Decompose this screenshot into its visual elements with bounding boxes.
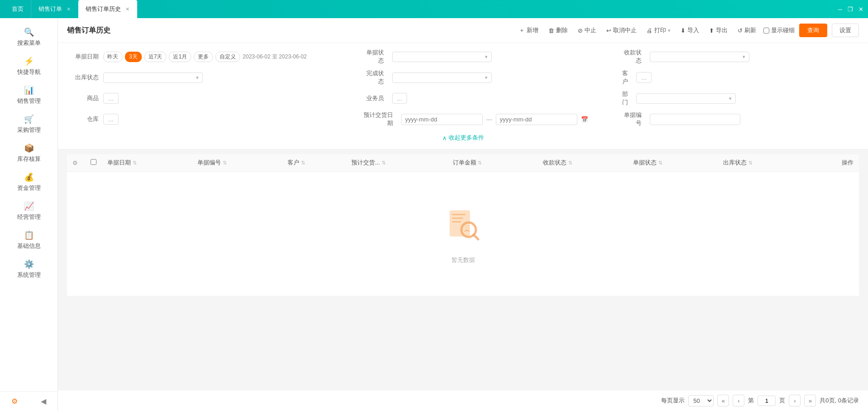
col-delivery-status-sort[interactable]: ⇅ (748, 160, 753, 165)
last-page-btn[interactable]: » (804, 395, 816, 406)
order-no-input[interactable] (650, 114, 740, 125)
sidebar-settings-icon[interactable]: ⚙ (11, 397, 18, 406)
col-expected-date-sort[interactable]: ⇅ (382, 160, 386, 165)
sidebar-item-inventory[interactable]: 📦 库存核算 (0, 139, 58, 168)
print-button[interactable]: 🖨 打印 ▾ (644, 25, 673, 35)
page-title: 销售订单历史 (67, 26, 110, 35)
delete-label: 删除 (556, 26, 568, 34)
col-customer[interactable]: 客户 ⇅ (282, 154, 346, 172)
col-delivery-status[interactable]: 出库状态 ⇅ (718, 154, 808, 172)
salesperson-select-btn[interactable]: ... (392, 93, 408, 104)
tab-sales-order-close[interactable]: ✕ (67, 6, 71, 12)
date-btn-7days[interactable]: 近7天 (144, 52, 167, 62)
stop-button[interactable]: ⊘ 中止 (575, 25, 599, 35)
col-date[interactable]: 单据日期 ⇅ (102, 154, 192, 172)
expected-date-to[interactable] (496, 114, 577, 125)
sidebar-item-search-menu[interactable]: 🔍 搜索菜单 (0, 23, 58, 52)
dept-select[interactable]: ▾ (636, 93, 736, 104)
col-operation-label: 操作 (842, 159, 854, 166)
export-icon: ⬆ (709, 27, 714, 34)
new-button[interactable]: ＋ 新增 (516, 25, 541, 35)
settings-button[interactable]: 设置 (832, 24, 859, 37)
col-order-status-label: 单据状态 (633, 159, 657, 166)
col-customer-sort[interactable]: ⇅ (301, 160, 305, 165)
tab-sales-order[interactable]: 销售订单 ✕ (31, 0, 78, 18)
restore-icon[interactable]: ❐ (848, 6, 853, 13)
select-all-checkbox[interactable] (91, 159, 96, 165)
col-date-sort[interactable]: ⇅ (133, 160, 137, 165)
table-settings-icon[interactable]: ⚙ (72, 160, 78, 166)
import-button[interactable]: ⬇ 导入 (678, 25, 702, 35)
col-amount-label: 订单金额 (453, 159, 476, 166)
svg-line-5 (474, 235, 478, 239)
sidebar-item-base-info[interactable]: 📋 基础信息 (0, 226, 58, 255)
col-payment-status-sort[interactable]: ⇅ (568, 160, 572, 165)
col-payment-status[interactable]: 收款状态 ⇅ (537, 154, 628, 172)
tab-home[interactable]: 首页 (5, 0, 31, 18)
warehouse-select-btn[interactable]: ... (103, 114, 119, 125)
payment-status-label: 收款状态 (619, 48, 646, 65)
date-btn-3days[interactable]: 3天 (125, 52, 142, 62)
next-page-btn[interactable]: › (789, 395, 801, 406)
payment-status-select[interactable]: ▾ (650, 52, 749, 62)
warehouse-label: 仓库 (67, 115, 103, 123)
display-cols-checkbox[interactable] (763, 28, 769, 34)
minimize-icon[interactable]: ─ (838, 6, 842, 13)
print-chevron: ▾ (668, 28, 671, 34)
sidebar-item-sales-mgmt[interactable]: 📊 销售管理 (0, 81, 58, 110)
tab-home-label: 首页 (12, 5, 24, 13)
expected-date-from[interactable] (401, 114, 483, 125)
page-size-select[interactable]: 50 10 20 100 (688, 395, 714, 406)
refresh-icon: ↺ (738, 27, 743, 34)
col-settings[interactable]: ⚙ (67, 154, 85, 172)
date-btn-yesterday[interactable]: 昨天 (103, 52, 122, 62)
print-icon: 🖨 (647, 27, 652, 34)
sidebar-item-business[interactable]: 📈 经营管理 (0, 197, 58, 226)
order-status-select[interactable]: ▾ (392, 52, 492, 62)
col-order-status[interactable]: 单据状态 ⇅ (628, 154, 718, 172)
collapse-up-icon: ∧ (442, 135, 447, 141)
refresh-button[interactable]: ↺ 刷新 (735, 25, 759, 35)
close-icon[interactable]: ✕ (858, 6, 863, 13)
col-order-no[interactable]: 单据编号 ⇅ (192, 154, 282, 172)
delivery-status-select[interactable]: ▾ (103, 73, 203, 83)
sidebar-collapse-icon[interactable]: ◀ (41, 397, 46, 406)
customer-select-btn[interactable]: ... (636, 72, 652, 83)
delete-button[interactable]: 🗑 删除 (546, 25, 571, 35)
delivery-status-label: 出库状态 (67, 73, 103, 82)
col-order-status-sort[interactable]: ⇅ (658, 160, 662, 165)
date-btn-more[interactable]: 更多 (194, 52, 213, 62)
prev-page-btn[interactable]: ‹ (733, 395, 744, 406)
date-btn-1month[interactable]: 近1月 (169, 52, 191, 62)
sidebar-item-finance[interactable]: 💰 资金管理 (0, 168, 58, 197)
col-amount[interactable]: 订单金额 ⇅ (447, 154, 537, 172)
order-no-group: 单据编号 (619, 111, 859, 127)
collapse-btn[interactable]: ∧ 收起更多条件 (67, 132, 859, 144)
cancel-stop-button[interactable]: ↩ 取消中止 (604, 25, 639, 35)
sidebar-item-quick-nav[interactable]: ⚡ 快捷导航 (0, 52, 58, 81)
product-select-btn[interactable]: ... (103, 93, 119, 104)
delete-icon: 🗑 (548, 27, 554, 34)
display-cols-checkbox-label[interactable]: 显示碰细 (763, 26, 795, 34)
col-order-no-sort[interactable]: ⇅ (223, 160, 227, 165)
export-button[interactable]: ⬆ 导出 (706, 25, 730, 35)
salesperson-group: 业务员 ... (361, 93, 601, 104)
finance-icon: 💰 (24, 172, 34, 182)
calendar-icon[interactable]: 📅 (581, 116, 588, 123)
page-suffix: 页 (779, 396, 785, 405)
complete-status-select[interactable]: ▾ (392, 73, 492, 83)
order-no-label: 单据编号 (619, 111, 646, 127)
query-button[interactable]: 查询 (799, 24, 827, 37)
col-expected-date[interactable]: 预计交货... ⇅ (346, 154, 447, 172)
sidebar-item-purchase-mgmt[interactable]: 🛒 采购管理 (0, 110, 58, 139)
current-page-input[interactable] (758, 396, 776, 406)
sidebar-item-system[interactable]: ⚙️ 系统管理 (0, 255, 58, 284)
date-btn-custom[interactable]: 自定义 (216, 52, 240, 62)
svg-point-6 (465, 225, 469, 229)
col-checkbox[interactable] (85, 154, 102, 172)
tab-sales-order-history[interactable]: 销售订单历史 ✕ (78, 0, 137, 18)
sidebar-item-finance-label: 资金管理 (17, 184, 41, 192)
tab-sales-order-history-close[interactable]: ✕ (125, 6, 129, 12)
first-page-btn[interactable]: « (717, 395, 729, 406)
col-amount-sort[interactable]: ⇅ (478, 160, 482, 165)
